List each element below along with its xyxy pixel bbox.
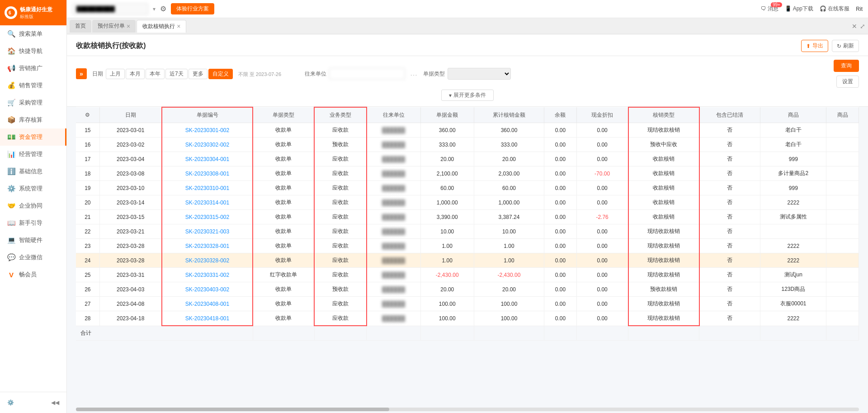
doc-no-link[interactable]: SK-20230304-001: [185, 156, 229, 162]
sidebar-item-basic[interactable]: ℹ️ 基础信息: [0, 163, 66, 180]
online-service-link[interactable]: 🎧 在线客服: [820, 5, 849, 13]
sidebar-item-wechat[interactable]: 💬 企业微信: [0, 249, 66, 266]
doc-no-link[interactable]: SK-20230301-002: [185, 127, 229, 133]
table-row: 21 2023-03-15 SK-20230315-002 收款单 应收款 ██…: [76, 210, 859, 224]
sidebar-item-capital[interactable]: 💵 资金管理: [0, 128, 66, 146]
messages-badge[interactable]: 🗨 消息 99+: [761, 5, 778, 13]
tab-home[interactable]: 首页: [70, 20, 91, 33]
doc-no-link[interactable]: SK-20230408-001: [185, 301, 229, 307]
export-button[interactable]: ⬆ 导出: [801, 40, 828, 52]
doc-no-link[interactable]: SK-20230331-002: [185, 272, 229, 278]
sidebar-item-inventory[interactable]: 📦 库存核算: [0, 111, 66, 128]
query-button[interactable]: 查询: [834, 60, 859, 72]
date-btn-more[interactable]: 更多: [189, 69, 208, 79]
solution-button[interactable]: 体验行业方案: [171, 3, 214, 14]
cell-product2: [826, 195, 859, 210]
sidebar-item-hardware[interactable]: 💻 智能硬件: [0, 232, 66, 249]
scrollbar-thumb[interactable]: [76, 408, 389, 411]
cell-doc-type: 收款单: [253, 253, 314, 268]
cell-doc-no: SK-20230331-002: [162, 268, 253, 282]
cell-verified: 1.00: [474, 253, 544, 268]
cell-discount: 0.00: [576, 297, 628, 311]
cell-verify-type: 现结收款核销: [628, 268, 699, 282]
sidebar-item-search[interactable]: 🔍 搜索菜单: [0, 25, 66, 43]
cell-balance: 0.00: [544, 181, 577, 195]
cell-doc-no: SK-20230403-002: [162, 282, 253, 297]
sidebar-item-marketing[interactable]: 📢 营销推广: [0, 60, 66, 77]
table-footer-row: 合计: [76, 326, 859, 341]
cell-partner: ██████: [367, 297, 421, 311]
cell-balance: 0.00: [544, 152, 577, 166]
username-display[interactable]: Rit: [856, 6, 863, 12]
doc-no-link[interactable]: SK-20230328-001: [185, 243, 229, 249]
sidebar-item-operation[interactable]: 📊 经营管理: [0, 146, 66, 163]
member-icon: V: [7, 271, 15, 279]
cell-balance: 0.00: [544, 138, 577, 152]
horizontal-scrollbar[interactable]: [76, 408, 859, 411]
cell-doc-no: SK-20230304-001: [162, 152, 253, 166]
sidebar-item-purchase[interactable]: 🛒 采购管理: [0, 94, 66, 111]
cell-product2: [826, 152, 859, 166]
cell-no: 21: [76, 210, 99, 224]
app-download-link[interactable]: 📱 App下载: [785, 5, 813, 13]
cell-product2: [826, 253, 859, 268]
cell-date: 2023-03-15: [99, 210, 162, 224]
doc-no-link[interactable]: SK-20230302-002: [185, 142, 229, 148]
cell-product1: [760, 224, 826, 239]
topbar-chevron-icon[interactable]: ▾: [153, 6, 156, 12]
sidebar-settings-btn[interactable]: ⚙️ ◀◀: [0, 396, 66, 409]
doc-no-link[interactable]: SK-20230403-002: [185, 286, 229, 293]
date-btn-last-month[interactable]: 上月: [106, 69, 125, 79]
filter-bar: » 日期 上月 本月 本年 近7天 更多 自定义 不限 至 2023-07-26: [67, 56, 868, 107]
topbar-gear-icon[interactable]: ⚙: [160, 5, 166, 13]
doc-no-link[interactable]: SK-20230310-001: [185, 185, 229, 191]
doc-no-link[interactable]: SK-20230418-001: [185, 315, 229, 322]
cell-discount: -2.76: [576, 210, 628, 224]
date-btn-custom[interactable]: 自定义: [208, 69, 233, 79]
date-btn-this-year[interactable]: 本年: [146, 69, 165, 79]
cell-biz-type: 应收款: [314, 123, 366, 138]
doc-no-link[interactable]: SK-20230328-002: [185, 257, 229, 264]
sidebar-item-member[interactable]: V 畅会员: [0, 266, 66, 283]
cell-verify-type: 现结收款核销: [628, 123, 699, 138]
cell-verify-type: 现结收款核销: [628, 239, 699, 253]
sidebar-item-enterprise[interactable]: 🤝 企业协同: [0, 197, 66, 214]
refresh-button[interactable]: ↻ 刷新: [832, 40, 859, 52]
tab-receipt-close[interactable]: ×: [177, 23, 180, 30]
tab-close-all-icon[interactable]: ✕: [852, 23, 857, 30]
cell-doc-type: 收款单: [253, 138, 314, 152]
tab-receipt[interactable]: 收款核销执行 ×: [137, 20, 186, 33]
tab-prepay-close[interactable]: ×: [127, 23, 130, 30]
cell-verified: 10.00: [474, 224, 544, 239]
cell-doc-type: 收款单: [253, 181, 314, 195]
cell-doc-type: 收款单: [253, 224, 314, 239]
cell-verified: 100.00: [474, 311, 544, 326]
doc-no-link[interactable]: SK-20230308-001: [185, 171, 229, 177]
cell-date: 2023-03-28: [99, 253, 162, 268]
col-product2: 商品: [826, 107, 859, 123]
doc-no-link[interactable]: SK-20230321-003: [185, 228, 229, 235]
sidebar-item-sales[interactable]: 💰 销售管理: [0, 77, 66, 94]
date-btn-this-month[interactable]: 本月: [126, 69, 145, 79]
basic-icon: ℹ️: [7, 167, 15, 176]
doc-no-link[interactable]: SK-20230315-002: [185, 214, 229, 220]
expand-more-btn[interactable]: ▾ 展开更多条件: [441, 90, 494, 101]
sidebar-collapse-arrows[interactable]: ◀◀: [51, 399, 59, 406]
cell-discount: 0.00: [576, 239, 628, 253]
sidebar-item-system[interactable]: ⚙️ 系统管理: [0, 180, 66, 197]
tab-prepay[interactable]: 预付应付单 ×: [92, 20, 136, 33]
cell-verify-type: 现结收款核销: [628, 253, 699, 268]
table-container[interactable]: ⚙ 日期 单据编号 单据类型 业务类型 往来单位 单据金额 累计核销金额 余额 …: [67, 107, 868, 406]
date-btn-7days[interactable]: 近7天: [165, 69, 188, 79]
settings-button[interactable]: 设置: [836, 76, 859, 88]
topbar-search-input[interactable]: [72, 3, 148, 15]
col-settings[interactable]: ⚙: [76, 107, 99, 123]
partner-filter-input[interactable]: [329, 68, 405, 80]
sidebar-item-quicknav[interactable]: 🏠 快捷导航: [0, 43, 66, 60]
tab-expand-icon[interactable]: ⤢: [860, 23, 865, 30]
doc-no-link[interactable]: SK-20230314-001: [185, 199, 229, 206]
cell-product2: [826, 297, 859, 311]
doctype-filter-select[interactable]: [448, 68, 511, 80]
sidebar-item-guide[interactable]: 📖 新手引导: [0, 214, 66, 232]
filter-toggle-btn[interactable]: »: [76, 68, 87, 79]
